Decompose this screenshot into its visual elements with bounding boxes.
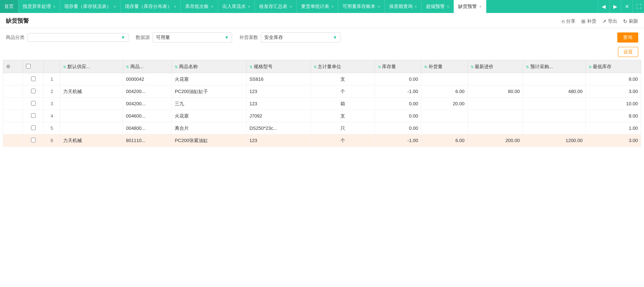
- sort-icon: ⇅: [526, 65, 529, 69]
- row-checkbox-cell[interactable]: [23, 134, 44, 147]
- cell-latest-price: [467, 98, 523, 110]
- sort-icon: ⇅: [424, 65, 427, 69]
- cell-default-supplier: [60, 73, 123, 85]
- nav-tab-inventory-dist[interactable]: 现存量（库存分布表）×: [121, 0, 181, 13]
- table-row[interactable]: 3004200...三九123箱0.0020.0010.00: [3, 98, 641, 110]
- table-row[interactable]: 6力天机械801110...PC200张紧油缸123个-1.006.00200.…: [3, 134, 641, 147]
- nav-prev-button[interactable]: ◀: [598, 0, 609, 13]
- col-header-stock_qty[interactable]: ⇅ 库存量: [375, 60, 421, 73]
- row-gear-cell: [3, 122, 23, 134]
- commodity-class-select[interactable]: ▼: [27, 33, 129, 42]
- replenish-icon: ⊞: [581, 18, 586, 24]
- nav-tab-label: 保质期查询: [389, 3, 413, 10]
- nav-tab-shortage[interactable]: 缺货预警×: [454, 0, 486, 13]
- nav-tab-close-icon[interactable]: ×: [290, 4, 292, 9]
- nav-tab-overstock[interactable]: 超储预警×: [422, 0, 454, 13]
- nav-tab-expiry-query[interactable]: 保质期查询×: [385, 0, 422, 13]
- nav-tab-home[interactable]: 首页: [0, 0, 18, 13]
- col-header-min_stock[interactable]: ⇅ 最低库存: [586, 60, 641, 73]
- export-button[interactable]: ↗ 导出: [602, 18, 617, 25]
- cell-default-supplier: 力天机械: [60, 85, 123, 98]
- nav-tab-close-icon[interactable]: ×: [174, 4, 176, 9]
- col-header-replenish_qty[interactable]: ⇅ 补货量: [421, 60, 468, 73]
- nav-tab-close-icon[interactable]: ×: [378, 4, 380, 9]
- replenish-base-select[interactable]: 安全库存 ▼: [261, 32, 340, 43]
- cell-default-supplier: [60, 110, 123, 122]
- col-header-unit[interactable]: ⇅ 主计量单位: [310, 60, 375, 73]
- col-header-commodity_name[interactable]: ⇅ 商品名称: [172, 60, 247, 73]
- row-checkbox-cell[interactable]: [23, 85, 44, 98]
- row-gear-cell: [3, 98, 23, 110]
- nav-tab-label: 现存量（库存分布表）: [125, 3, 172, 10]
- nav-tab-close-icon[interactable]: ×: [331, 4, 334, 9]
- row-checkbox[interactable]: [31, 76, 36, 81]
- nav-tab-close-icon[interactable]: ×: [447, 4, 449, 9]
- row-checkbox-cell[interactable]: [23, 110, 44, 122]
- refresh-button[interactable]: ↻ 刷新: [623, 18, 638, 25]
- row-checkbox[interactable]: [31, 113, 36, 118]
- col-header-commodity_code[interactable]: ⇅ 商品...: [123, 60, 171, 73]
- export-icon: ↗: [602, 18, 606, 24]
- nav-tab-inventory-status[interactable]: 现存量（库存状况表）×: [60, 0, 120, 13]
- nav-tab-label: 库存批次账: [185, 3, 209, 10]
- cell-stock-qty: 0.00: [375, 73, 421, 85]
- table-row[interactable]: 2力天机械004200...PC200油缸缸子123个-1.006.0080.0…: [3, 85, 641, 98]
- nav-tab-label: 拣货异常处理: [23, 3, 51, 10]
- row-checkbox[interactable]: [31, 125, 36, 130]
- data-source-filter: 数据源 可用量 ▼: [136, 32, 232, 43]
- nav-tab-close-icon[interactable]: ×: [53, 4, 55, 9]
- col-header-default_supplier[interactable]: ⇅ 默认供应...: [60, 60, 123, 73]
- sort-icon: ⇅: [63, 65, 66, 69]
- sort-icon: ⇅: [314, 65, 317, 69]
- row-checkbox-cell[interactable]: [23, 98, 44, 110]
- nav-tab-close-icon[interactable]: ×: [211, 4, 213, 9]
- table-row[interactable]: 4004600...火花塞J7092支0.008.00: [3, 110, 641, 122]
- nav-tab-close-icon[interactable]: ×: [248, 4, 250, 9]
- replenish-button[interactable]: ⊞ 补货: [581, 18, 596, 25]
- row-gear-cell: [3, 73, 23, 85]
- row-number: 3: [44, 98, 60, 110]
- cell-stock-qty: 0.00: [375, 122, 421, 134]
- col-header-latest_price[interactable]: ⇅ 最新进价: [467, 60, 523, 73]
- row-checkbox-cell[interactable]: [23, 122, 44, 134]
- nav-next-button[interactable]: ▶: [609, 0, 621, 13]
- cell-default-supplier: [60, 98, 123, 110]
- nav-tab-inout-flow[interactable]: 出入库流水×: [218, 0, 255, 13]
- data-table: ⚙⇅ 默认供应...⇅ 商品...⇅ 商品名称⇅ 规格型号⇅ 主计量单位⇅ 库存…: [3, 60, 641, 147]
- nav-tab-batch-account[interactable]: 库存批次账×: [181, 0, 218, 13]
- cell-stock-qty: -1.00: [375, 134, 421, 147]
- row-checkbox[interactable]: [31, 101, 36, 106]
- nav-tab-available-ledger[interactable]: 可用量库存账本×: [338, 0, 384, 13]
- row-checkbox-cell[interactable]: [23, 73, 44, 85]
- row-checkbox[interactable]: [31, 89, 36, 93]
- select-all-checkbox[interactable]: [26, 64, 31, 69]
- nav-tab-close-icon[interactable]: ×: [415, 4, 417, 9]
- cell-stock-qty: -1.00: [375, 85, 421, 98]
- cell-spec: 123: [246, 98, 310, 110]
- row-gear-cell: [3, 85, 23, 98]
- sort-icon: ⇅: [471, 65, 474, 69]
- nav-tab-demand-stat[interactable]: 要货单统计表×: [297, 0, 338, 13]
- share-button[interactable]: ⎋ 分享: [562, 18, 575, 25]
- col-header-est_purchase[interactable]: ⇅ 预计采购...: [523, 60, 586, 73]
- col-header-spec[interactable]: ⇅ 规格型号: [246, 60, 310, 73]
- table-row[interactable]: 5004800...离合片DS250*23c...只0.001.00: [3, 122, 641, 134]
- cell-stock-qty: 0.00: [375, 110, 421, 122]
- commodity-class-label: 商品分类: [6, 34, 25, 41]
- cell-commodity-code: 004200...: [123, 98, 171, 110]
- nav-fullscreen-button[interactable]: ⛶: [632, 0, 644, 13]
- settings-button[interactable]: 设置: [618, 47, 638, 57]
- cell-unit: 只: [310, 122, 375, 134]
- row-checkbox[interactable]: [31, 138, 36, 142]
- nav-tab-exception[interactable]: 拣货异常处理×: [18, 0, 60, 13]
- query-button[interactable]: 查询: [617, 32, 638, 43]
- nav-tab-label: 出入库流水: [222, 3, 246, 10]
- sort-icon: ⇅: [249, 65, 252, 69]
- nav-tab-close-icon[interactable]: ×: [113, 4, 116, 9]
- data-source-select[interactable]: 可用量 ▼: [153, 32, 232, 43]
- table-row[interactable]: 10000042火花塞SS816支0.008.00: [3, 73, 641, 85]
- nav-tab-close-icon[interactable]: ×: [479, 4, 481, 9]
- gear-settings-icon[interactable]: ⚙: [6, 64, 10, 69]
- nav-close-button[interactable]: ✕: [621, 0, 632, 13]
- nav-tab-receive-summary[interactable]: 收发存汇总表×: [255, 0, 296, 13]
